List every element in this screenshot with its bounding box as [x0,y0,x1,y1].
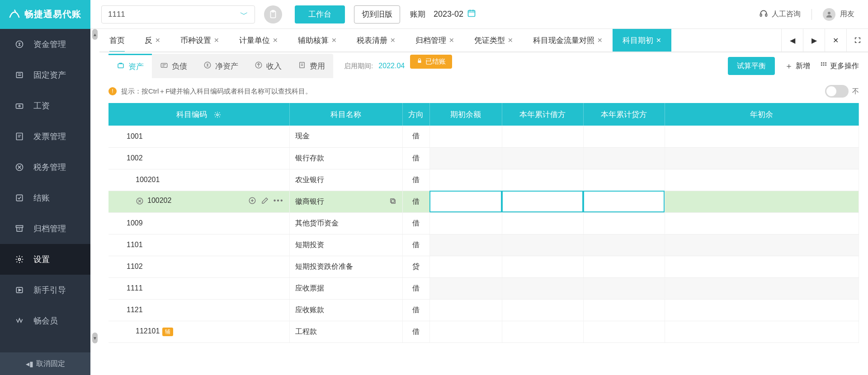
subtab-expense[interactable]: 费用 [290,54,333,78]
scroll-up-icon[interactable]: ▲ [92,29,98,40]
cell-value[interactable] [583,147,665,169]
cell-value[interactable] [502,256,583,277]
cell-value[interactable] [429,191,502,212]
tab-aux[interactable]: 辅助核算✕ [288,29,347,52]
th-year[interactable]: 年初余 [665,103,859,126]
copy-icon[interactable] [389,197,397,205]
sidebar-item-archive[interactable]: 归档管理 [0,213,90,244]
cell-value[interactable] [429,169,502,191]
subtab-liab[interactable]: 负债 [152,54,195,78]
cell-name[interactable]: 其他货币资金 [289,212,402,234]
table-row[interactable]: 100201•••农业银行借 [108,169,859,191]
th-credit[interactable]: 本年累计贷方 [583,103,665,126]
cell-value[interactable] [583,212,665,234]
table-row[interactable]: 1001•••现金借 [108,126,859,147]
cell-value[interactable] [429,126,502,147]
table-row[interactable]: 100202•••徽商银行借 [108,191,859,212]
calendar-icon[interactable] [467,9,476,20]
tabs-close-all-button[interactable]: ✕ [825,29,846,52]
sidebar-item-guide[interactable]: 新手引导 [0,275,90,305]
subtab-asset[interactable]: 资产 [108,54,152,78]
tab-vtype[interactable]: 凭证类型✕ [464,29,523,52]
cell-value[interactable] [502,126,583,147]
cell-name[interactable]: 短期投资跌价准备 [289,256,402,277]
toggle-switch[interactable] [825,85,849,98]
cell-value[interactable] [583,234,665,256]
close-icon[interactable]: ✕ [214,37,219,44]
cell-code[interactable]: 100202••• [108,191,289,212]
close-icon[interactable]: ✕ [155,37,160,44]
table-row[interactable]: 1101•••短期投资借 [108,234,859,256]
cell-name[interactable]: 现金 [289,126,402,147]
close-icon[interactable]: ✕ [597,37,603,44]
cell-code[interactable]: 1111••• [108,277,289,299]
consult-button[interactable]: 人工咨询 [759,9,801,20]
add-child-icon[interactable] [248,197,256,206]
cell-code[interactable]: 1001••• [108,126,289,147]
cell-code[interactable]: 1101••• [108,234,289,256]
cell-value[interactable] [665,277,859,299]
cell-code[interactable]: 112101辅••• [108,321,289,342]
cell-value[interactable] [429,299,502,321]
cell-value[interactable] [502,299,583,321]
cell-value[interactable] [665,191,859,212]
cell-name[interactable]: 短期投资 [289,234,402,256]
cell-name[interactable]: 农业银行 [289,169,402,191]
close-icon[interactable]: ✕ [331,37,337,44]
tabs-prev-button[interactable]: ◀ [781,29,803,52]
tabs-next-button[interactable]: ▶ [803,29,825,52]
company-select[interactable]: 1111 ﹀ [101,5,255,23]
sidebar-scrollbar[interactable]: ▲ ▼ [90,29,99,375]
tabs-fullscreen-button[interactable] [846,29,868,52]
table-row[interactable]: 1002•••银行存款借 [108,147,859,169]
cell-value[interactable] [429,277,502,299]
cell-value[interactable] [502,321,583,342]
sidebar-item-tax[interactable]: 税务管理 [0,152,90,183]
cell-value[interactable] [583,277,665,299]
cell-value[interactable] [665,147,859,169]
sidebar-item-settings[interactable]: 设置 [0,244,90,275]
clipboard-button[interactable] [264,5,282,23]
cell-name[interactable]: 工程款 [289,321,402,342]
cell-value[interactable] [583,169,665,191]
sidebar-item-closing[interactable]: 结账 [0,183,90,213]
sidebar-item-fund[interactable]: 资金管理 [0,29,90,60]
cell-value[interactable] [429,147,502,169]
old-version-button[interactable]: 切到旧版 [354,5,400,23]
cell-code[interactable]: 1009••• [108,212,289,234]
add-button[interactable]: ＋ 新增 [785,61,810,71]
sidebar-item-wage[interactable]: 工资 [0,90,90,121]
close-icon[interactable]: ✕ [449,37,454,44]
table-row[interactable]: 112101辅•••工程款借 [108,321,859,342]
cell-value[interactable] [502,277,583,299]
cell-value[interactable] [583,126,665,147]
cell-value[interactable] [429,212,502,234]
more-actions-button[interactable]: 更多操作 [820,61,859,71]
cell-value[interactable] [665,256,859,277]
table-row[interactable]: 1121•••应收账款借 [108,299,859,321]
cell-value[interactable] [583,299,665,321]
cell-code[interactable]: 1121••• [108,299,289,321]
th-code[interactable]: 科目编码 [108,103,289,126]
cell-name[interactable]: 银行存款 [289,147,402,169]
scroll-down-icon[interactable]: ▼ [92,333,98,343]
tab-home[interactable]: 首页 [99,29,135,52]
th-debit[interactable]: 本年累计借方 [502,103,583,126]
cell-code[interactable]: 1102••• [108,256,289,277]
tab-cashflow[interactable]: 科目现金流量对照✕ [523,29,613,52]
close-icon[interactable]: ✕ [390,37,396,44]
user-menu[interactable]: 用友 [823,8,854,21]
th-open[interactable]: 期初余额 [429,103,502,126]
cell-value[interactable] [502,169,583,191]
tab-opening[interactable]: 科目期初✕ [613,29,671,52]
table-row[interactable]: 1009•••其他货币资金借 [108,212,859,234]
cell-value[interactable] [502,147,583,169]
tab-archive2[interactable]: 归档管理✕ [406,29,464,52]
close-icon[interactable]: ✕ [508,37,513,44]
cell-value[interactable] [429,256,502,277]
trial-balance-button[interactable]: 试算平衡 [728,57,775,75]
cell-name[interactable]: 应收票据 [289,277,402,299]
gear-icon[interactable] [214,111,221,118]
cell-value[interactable] [429,321,502,342]
tab-taxsheet[interactable]: 税表清册✕ [347,29,406,52]
